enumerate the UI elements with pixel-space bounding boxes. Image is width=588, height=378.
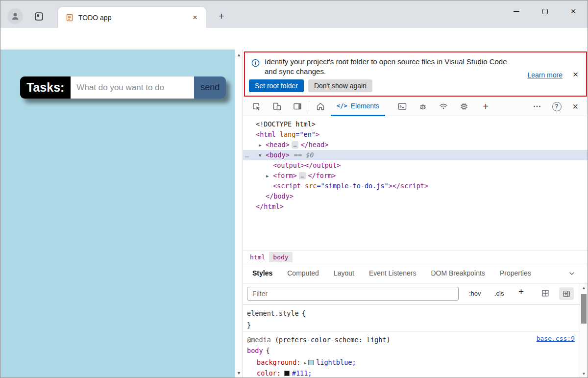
- add-panel-icon[interactable]: +: [479, 100, 492, 113]
- class-toggle-button[interactable]: .cls: [494, 290, 504, 297]
- breadcrumb-html[interactable]: html: [246, 252, 269, 262]
- breadcrumb: html body: [243, 251, 588, 263]
- tab-properties[interactable]: Properties: [500, 269, 531, 277]
- ellipsis-badge-icon[interactable]: …: [299, 172, 306, 179]
- tree-line-body-close[interactable]: </body>: [243, 191, 588, 202]
- root-folder-banner: Identify your project's root folder to o…: [244, 51, 587, 97]
- page-scrollbar[interactable]: ▲ ▼: [235, 50, 243, 378]
- breadcrumb-body[interactable]: body: [269, 252, 292, 262]
- info-icon: [251, 58, 260, 68]
- tasks-label: Tasks:: [20, 76, 71, 99]
- devtools-panel: Identify your project's root folder to o…: [243, 50, 588, 378]
- banner-message-line2: and sync changes.: [265, 67, 507, 76]
- rule-divider: [243, 331, 588, 331]
- tab-title: TODO app: [78, 14, 190, 22]
- tab-elements[interactable]: </> Elements: [331, 97, 385, 116]
- tab-strip: TODO app × + ×: [0, 0, 588, 28]
- code-brackets-icon: </>: [337, 102, 347, 109]
- node-options-icon[interactable]: …: [245, 150, 249, 160]
- body-selector-rule[interactable]: body{: [247, 346, 270, 355]
- dock-side-icon[interactable]: [291, 100, 304, 113]
- expand-arrow-icon[interactable]: ▶: [266, 171, 273, 181]
- scroll-up-icon[interactable]: ▲: [580, 286, 588, 290]
- tree-line-body-selected[interactable]: …▼<body>== $0: [243, 150, 588, 160]
- new-style-rule-icon[interactable]: +: [518, 286, 524, 297]
- chevron-down-icon[interactable]: [568, 270, 576, 277]
- more-options-icon[interactable]: [531, 100, 543, 113]
- banner-close-icon[interactable]: ×: [573, 69, 578, 80]
- pseudo-state-button[interactable]: :hov: [469, 290, 481, 297]
- scrollbar-thumb[interactable]: [581, 294, 587, 324]
- elements-tree: <!DOCTYPE html> <html lang="en"> ▶<head>…: [243, 116, 588, 251]
- style-property-color[interactable]: color:#111;: [257, 368, 312, 378]
- toolbar-separator: [309, 101, 309, 112]
- dont-show-again-button[interactable]: Don't show again: [308, 79, 372, 92]
- tab-layout[interactable]: Layout: [334, 269, 354, 277]
- close-devtools-icon[interactable]: ×: [569, 100, 582, 113]
- tab-computed[interactable]: Computed: [287, 269, 319, 277]
- new-tab-button[interactable]: +: [215, 9, 228, 23]
- close-window-button[interactable]: ×: [559, 0, 588, 22]
- browser-tab[interactable]: TODO app ×: [58, 7, 206, 28]
- media-query-rule[interactable]: @media (prefers-color-scheme: light): [247, 335, 391, 345]
- close-icon: ×: [571, 7, 576, 16]
- scroll-up-icon[interactable]: ▲: [235, 52, 243, 57]
- minimize-button[interactable]: [502, 0, 531, 22]
- scroll-down-icon[interactable]: ▼: [235, 371, 243, 376]
- maximize-button[interactable]: [531, 0, 559, 22]
- stylesheet-source-link[interactable]: base.css:9: [537, 335, 575, 342]
- person-icon: [10, 11, 20, 21]
- tab-actions-menu-icon[interactable]: [34, 11, 44, 22]
- style-property-background[interactable]: background:▶lightblue;: [257, 357, 356, 367]
- tab-event-listeners[interactable]: Event Listeners: [369, 269, 416, 277]
- tab-dom-breakpoints[interactable]: DOM Breakpoints: [431, 269, 485, 277]
- address-bar: File C:/Demo/simple-to-do/index.html: [0, 28, 588, 50]
- styles-filter-input[interactable]: [247, 287, 459, 301]
- send-button[interactable]: send: [194, 76, 226, 99]
- expand-arrow-icon[interactable]: ▶: [304, 361, 306, 365]
- collapse-arrow-icon[interactable]: ▼: [259, 151, 266, 161]
- styles-scrollbar[interactable]: ▲ ▼: [580, 283, 588, 378]
- home-icon[interactable]: [314, 100, 327, 113]
- open-sidebar-icon[interactable]: [559, 287, 574, 300]
- styles-pane: element.style{ } @media (prefers-color-s…: [243, 304, 588, 378]
- element-style-close-brace: }: [247, 320, 251, 330]
- banner-message: Identify your project's root folder to o…: [265, 57, 507, 76]
- todo-input[interactable]: [71, 76, 194, 99]
- learn-more-link[interactable]: Learn more: [527, 71, 563, 79]
- devtools-toolbar: </> Elements + ? ×: [243, 97, 588, 116]
- ellipsis-badge-icon[interactable]: …: [292, 141, 299, 149]
- expand-arrow-icon[interactable]: ▶: [259, 140, 266, 151]
- color-swatch-black[interactable]: [284, 371, 290, 376]
- console-panel-icon[interactable]: [396, 100, 409, 113]
- help-icon[interactable]: ?: [550, 100, 563, 113]
- styles-tab-bar: Styles Computed Layout Event Listeners D…: [243, 263, 588, 283]
- tab-close-icon[interactable]: ×: [190, 12, 200, 23]
- inspect-element-icon[interactable]: [250, 100, 263, 113]
- tree-line-form[interactable]: ▶<form>…</form>: [243, 171, 588, 181]
- browser-window: TODO app × + × File C:/Demo/simple-to-do…: [0, 0, 588, 378]
- scroll-down-icon[interactable]: ▼: [580, 372, 588, 376]
- tree-line-html-close[interactable]: </html>: [243, 202, 588, 212]
- tree-line-doctype[interactable]: <!DOCTYPE html>: [243, 119, 588, 129]
- debugger-bug-icon[interactable]: [416, 100, 429, 113]
- minimize-icon: [514, 11, 519, 12]
- tab-elements-label: Elements: [351, 102, 379, 110]
- maximize-icon: [542, 9, 548, 14]
- device-emulation-icon[interactable]: [270, 100, 283, 113]
- element-style-rule[interactable]: element.style{: [247, 308, 306, 318]
- tree-line-head[interactable]: ▶<head>…</head>: [243, 140, 588, 150]
- tree-line-script[interactable]: <script src="simple-to-do.js"></script>: [243, 181, 588, 191]
- cpu-performance-icon[interactable]: [458, 100, 470, 113]
- network-conditions-icon[interactable]: [437, 100, 450, 113]
- styles-filter-bar: :hov .cls +: [243, 283, 588, 304]
- grid-overlay-icon[interactable]: [541, 289, 550, 298]
- banner-buttons: Set root folder Don't show again: [249, 79, 372, 92]
- tree-line-html[interactable]: <html lang="en">: [243, 129, 588, 140]
- tab-styles[interactable]: Styles: [252, 269, 272, 277]
- tree-line-output[interactable]: <output></output>: [243, 160, 588, 171]
- color-swatch-lightblue[interactable]: [308, 360, 314, 365]
- todo-widget: Tasks: send: [20, 76, 226, 99]
- set-root-folder-button[interactable]: Set root folder: [249, 79, 304, 92]
- profile-avatar[interactable]: [7, 8, 23, 24]
